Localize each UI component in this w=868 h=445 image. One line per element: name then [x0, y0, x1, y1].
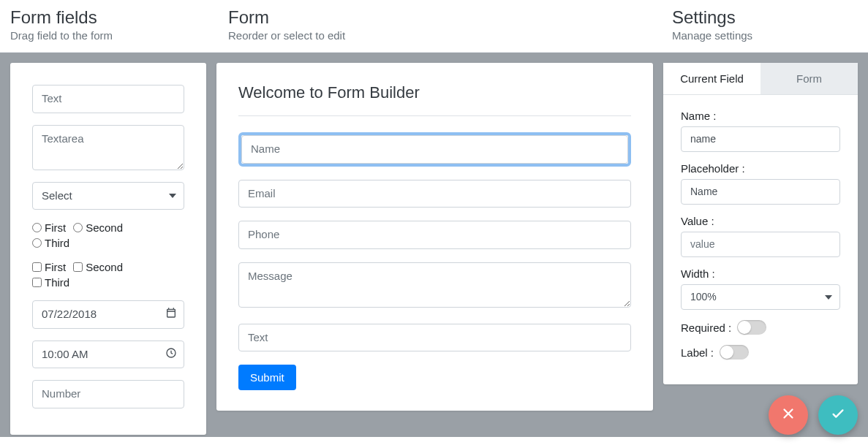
checkbox-label: Second [86, 261, 123, 273]
setting-width-label: Width : [681, 267, 840, 280]
palette-textarea-field[interactable] [32, 125, 184, 170]
toggle-knob [738, 321, 751, 334]
checkbox-label: Third [45, 276, 69, 289]
setting-width-select[interactable]: 100% [681, 284, 840, 310]
palette-time-field[interactable] [32, 341, 184, 369]
header-right-title: Settings [672, 7, 858, 28]
radio-input[interactable] [73, 223, 83, 232]
palette-select-field[interactable]: Select [32, 182, 184, 210]
header-mid-title: Form [228, 7, 652, 28]
header-right-subtitle: Manage settings [672, 29, 858, 42]
form-preview-panel: Welcome to Form Builder Submit [216, 63, 653, 411]
fab-row [769, 395, 858, 435]
checkbox-input[interactable] [32, 278, 42, 287]
form-input-name[interactable] [241, 135, 628, 164]
settings-panel: Current Field Form Name : Placeholder : … [663, 63, 858, 384]
settings-tabs: Current Field Form [663, 63, 858, 95]
palette-text-field[interactable] [32, 85, 184, 113]
form-input-phone[interactable] [238, 221, 631, 249]
form-field-email[interactable] [238, 180, 631, 208]
field-palette-panel: Select First Second Third First Second T… [10, 63, 206, 435]
label-toggle[interactable] [720, 345, 749, 360]
setting-label-label: Label : [681, 346, 714, 359]
radio-input[interactable] [32, 238, 42, 248]
check-icon [830, 406, 846, 425]
setting-label: Label : [681, 345, 840, 360]
setting-name: Name : [681, 110, 840, 152]
header-left-subtitle: Drag field to the form [10, 29, 208, 42]
palette-date-field-wrap [32, 300, 184, 329]
radio-label: First [45, 221, 66, 234]
tab-current-field[interactable]: Current Field [663, 63, 761, 94]
palette-checkbox-item[interactable]: Third [32, 276, 69, 289]
form-input-message[interactable] [238, 262, 631, 308]
form-field-message[interactable] [238, 262, 631, 311]
setting-value-input[interactable] [681, 232, 840, 257]
form-field-phone[interactable] [238, 221, 631, 249]
settings-body: Name : Placeholder : Value : Width : 100… [663, 95, 858, 360]
setting-required: Required : [681, 320, 840, 335]
checkbox-label: First [45, 261, 66, 273]
header-right: Settings Manage settings [662, 0, 868, 52]
palette-time-field-wrap [32, 341, 184, 369]
radio-input[interactable] [32, 223, 42, 232]
setting-width: Width : 100% [681, 267, 840, 310]
setting-name-label: Name : [681, 110, 840, 122]
form-field-text[interactable] [238, 324, 631, 352]
form-field-name[interactable] [238, 132, 631, 167]
calendar-icon [165, 307, 177, 322]
palette-date-field[interactable] [32, 300, 184, 329]
radio-label: Second [86, 221, 123, 234]
setting-placeholder-input[interactable] [681, 179, 840, 205]
tab-form[interactable]: Form [761, 63, 858, 94]
palette-radio-group[interactable]: First Second Third [32, 221, 184, 249]
setting-name-input[interactable] [681, 126, 840, 152]
palette-radio-item[interactable]: Third [32, 237, 69, 249]
header-left-title: Form fields [10, 7, 208, 28]
required-toggle[interactable] [737, 320, 766, 335]
setting-required-label: Required : [681, 322, 731, 334]
toggle-knob [720, 346, 733, 359]
header-mid-subtitle: Reorder or select to edit [228, 29, 652, 42]
palette-number-field[interactable] [32, 380, 184, 408]
header-row: Form fields Drag field to the form Form … [0, 0, 868, 53]
checkbox-input[interactable] [73, 262, 83, 272]
radio-label: Third [45, 237, 69, 249]
form-input-email[interactable] [238, 180, 631, 208]
divider [238, 115, 631, 116]
palette-checkbox-item[interactable]: First [32, 261, 66, 273]
close-icon [780, 406, 796, 425]
cancel-fab[interactable] [769, 395, 808, 435]
submit-button[interactable]: Submit [238, 365, 296, 390]
setting-value: Value : [681, 215, 840, 257]
setting-placeholder-label: Placeholder : [681, 162, 840, 175]
palette-checkbox-group[interactable]: First Second Third [32, 261, 184, 289]
header-left: Form fields Drag field to the form [0, 0, 218, 52]
palette-checkbox-item[interactable]: Second [73, 261, 123, 273]
palette-radio-item[interactable]: Second [73, 221, 123, 234]
confirm-fab[interactable] [818, 395, 858, 435]
setting-placeholder: Placeholder : [681, 162, 840, 205]
body-row: Select First Second Third First Second T… [0, 53, 868, 437]
palette-radio-item[interactable]: First [32, 221, 66, 234]
form-input-text[interactable] [238, 324, 631, 352]
header-mid: Form Reorder or select to edit [218, 0, 662, 52]
form-title: Welcome to Form Builder [238, 83, 631, 102]
clock-icon [165, 347, 177, 362]
checkbox-input[interactable] [32, 262, 42, 272]
setting-value-label: Value : [681, 215, 840, 227]
